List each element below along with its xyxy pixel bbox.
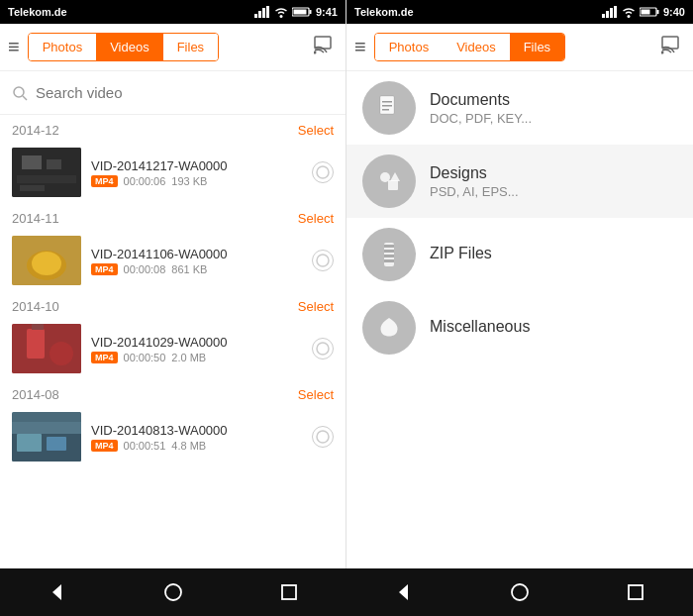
svg-point-58 <box>165 584 181 600</box>
left-tab-videos[interactable]: Videos <box>96 34 163 60</box>
video-meta: MP4 00:00:06 193 KB <box>91 175 302 187</box>
video-size: 861 KB <box>171 263 207 275</box>
file-subtitle: PSD, AI, EPS... <box>430 184 677 199</box>
svg-rect-50 <box>388 180 398 190</box>
svg-rect-53 <box>384 245 394 248</box>
svg-rect-34 <box>602 14 605 18</box>
group-header-2014-08: 2014-08 Select <box>0 379 346 406</box>
video-name: VID-20141029-WA0000 <box>91 335 302 350</box>
group-label: 2014-11 <box>12 211 59 226</box>
svg-point-43 <box>661 51 664 54</box>
file-name: Miscellaneous <box>430 318 677 336</box>
mp4-badge: MP4 <box>91 352 118 363</box>
check-circle[interactable] <box>312 338 334 359</box>
right-tab-videos[interactable]: Videos <box>443 34 510 60</box>
file-item-documents[interactable]: Documents DOC, PDF, KEY... <box>346 71 693 145</box>
video-thumbnail <box>12 148 81 197</box>
svg-rect-15 <box>17 175 76 183</box>
left-carrier: Telekom.de <box>8 6 67 18</box>
left-tab-files[interactable]: Files <box>163 34 218 60</box>
video-name: VID-20140813-WA0000 <box>91 423 302 438</box>
wifi-icon <box>274 6 288 18</box>
video-thumbnail <box>12 412 81 462</box>
select-btn-2014-08[interactable]: Select <box>298 387 334 402</box>
right-status-icons: 9:40 <box>602 6 685 18</box>
check-circle[interactable] <box>312 250 334 271</box>
group-header-2014-11: 2014-11 Select <box>0 203 346 230</box>
select-btn-2014-10[interactable]: Select <box>298 299 334 314</box>
left-nav-bar: ≡ Photos Videos Files <box>0 24 346 71</box>
files-list: Documents DOC, PDF, KEY... Designs PSD, … <box>346 71 693 568</box>
check-circle[interactable] <box>312 426 334 448</box>
right-wifi-icon <box>622 6 636 18</box>
svg-line-11 <box>23 96 27 100</box>
battery-icon <box>292 6 312 18</box>
file-item-misc[interactable]: Miscellaneous <box>346 291 693 364</box>
svg-rect-35 <box>606 11 609 18</box>
search-icon <box>12 85 28 101</box>
left-status-icons: 9:41 <box>254 6 338 18</box>
search-bar <box>0 71 346 115</box>
left-recent-button[interactable] <box>269 572 309 612</box>
file-item-info: Designs PSD, AI, EPS... <box>430 164 677 199</box>
file-item-designs[interactable]: Designs PSD, AI, EPS... <box>346 145 693 218</box>
svg-rect-46 <box>382 101 392 103</box>
video-list: 2014-12 Select VID-20141217-WA0000 MP4 0… <box>0 115 346 568</box>
svg-point-61 <box>512 584 528 600</box>
svg-point-10 <box>14 87 24 97</box>
right-hamburger-icon[interactable]: ≡ <box>354 36 366 58</box>
video-duration: 00:00:51 <box>124 440 166 452</box>
svg-rect-16 <box>20 185 45 191</box>
right-back-button[interactable] <box>384 572 424 612</box>
search-input[interactable] <box>36 84 334 101</box>
right-battery-icon <box>640 6 659 18</box>
svg-rect-1 <box>258 11 261 18</box>
svg-point-27 <box>317 343 329 355</box>
svg-rect-24 <box>27 329 45 359</box>
svg-rect-30 <box>17 434 42 452</box>
svg-point-26 <box>50 342 73 365</box>
right-tab-photos[interactable]: Photos <box>375 34 443 60</box>
select-btn-2014-11[interactable]: Select <box>298 211 334 226</box>
svg-rect-13 <box>22 155 42 169</box>
video-item[interactable]: VID-20141029-WA0000 MP4 00:00:50 2.0 MB <box>0 318 346 379</box>
video-duration: 00:00:08 <box>124 263 166 275</box>
video-thumbnail <box>12 324 81 373</box>
cast-icon[interactable] <box>314 35 338 59</box>
right-nav-bar: ≡ Photos Videos Files <box>346 24 693 71</box>
select-btn-2014-12[interactable]: Select <box>298 123 334 138</box>
file-item-zip[interactable]: ZIP Files <box>346 218 693 291</box>
left-hamburger-icon[interactable]: ≡ <box>8 36 20 58</box>
misc-icon-circle <box>362 301 416 355</box>
video-thumbnail <box>12 236 81 285</box>
right-home-button[interactable] <box>500 572 540 612</box>
svg-point-4 <box>279 15 282 18</box>
right-signal-icon <box>602 6 618 18</box>
svg-marker-60 <box>399 584 408 600</box>
check-circle[interactable] <box>312 161 334 183</box>
right-recent-button[interactable] <box>616 572 655 612</box>
svg-point-33 <box>317 431 329 443</box>
right-cast-icon[interactable] <box>661 35 685 59</box>
svg-rect-0 <box>254 14 257 18</box>
svg-rect-6 <box>309 10 311 14</box>
group-header-2014-10: 2014-10 Select <box>0 291 346 318</box>
video-info: VID-20141029-WA0000 MP4 00:00:50 2.0 MB <box>91 335 302 363</box>
misc-icon <box>375 314 403 342</box>
left-home-button[interactable] <box>153 572 193 612</box>
svg-rect-55 <box>384 255 394 257</box>
designs-icon-circle <box>362 154 416 208</box>
video-name: VID-20141106-WA0000 <box>91 247 302 261</box>
svg-rect-32 <box>12 422 81 434</box>
file-item-info: Miscellaneous <box>430 318 677 338</box>
left-tab-photos[interactable]: Photos <box>29 34 96 60</box>
mp4-badge: MP4 <box>91 175 118 187</box>
svg-rect-47 <box>382 105 392 107</box>
video-item[interactable]: VID-20140813-WA0000 MP4 00:00:51 4.8 MB <box>0 406 346 467</box>
svg-rect-7 <box>293 10 306 15</box>
video-item[interactable]: VID-20141217-WA0000 MP4 00:00:06 193 KB <box>0 142 346 203</box>
left-back-button[interactable] <box>38 572 77 612</box>
svg-point-21 <box>32 252 61 275</box>
right-tab-files[interactable]: Files <box>510 34 564 60</box>
video-item[interactable]: VID-20141106-WA0000 MP4 00:00:08 861 KB <box>0 230 346 291</box>
